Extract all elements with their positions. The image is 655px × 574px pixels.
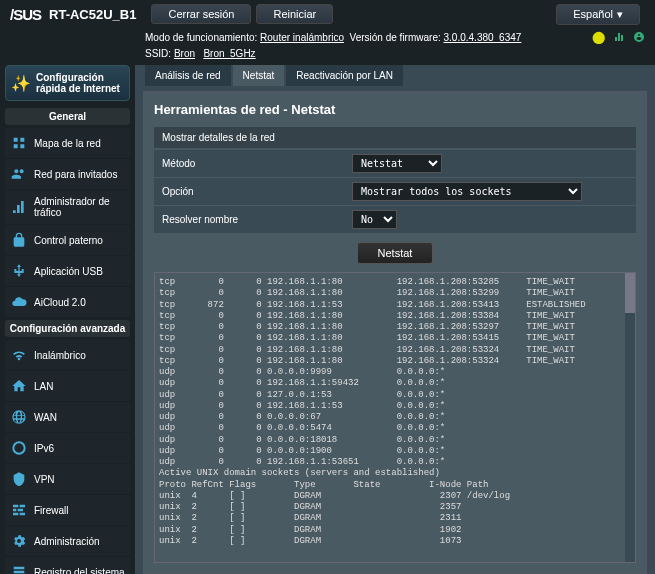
brand-logo: /SUS [10,6,41,23]
section-header: Mostrar detalles de la red [154,127,636,148]
row-option: Opción Mostrar todos los sockets [154,178,636,205]
traffic-icon [10,198,28,216]
network-map-icon [10,134,28,152]
sidebar: ✨ Configuración rápida de Internet Gener… [0,65,135,574]
sidebar-item-label: VPN [34,474,55,485]
method-label: Método [162,158,352,169]
settings-status-icon [633,31,645,43]
sidebar-item-label: Inalámbrico [34,350,86,361]
sidebar-item-firewall[interactable]: Firewall [5,495,130,525]
model-name: RT-AC52U_B1 [49,7,136,22]
log-icon [10,563,28,574]
row-resolve: Resolver nombre No [154,206,636,233]
netstat-output[interactable]: tcp 0 0 192.168.1.1:80 192.168.1.208:532… [155,273,635,563]
globe-icon [10,408,28,426]
sidebar-item-label: AiCloud 2.0 [34,297,86,308]
status-icons: ⬤ [592,30,645,44]
ssid-label: SSID: [145,48,171,59]
ssid-2: Bron_5GHz [203,48,255,59]
ipv6-icon [10,439,28,457]
firmware-line: Modo de funcionamiento: Router inalámbri… [0,28,655,46]
link-status-icon [613,31,625,43]
sidebar-item-syslog[interactable]: Registro del sistema [5,557,130,574]
firewall-icon [10,501,28,519]
sidebar-item-wireless[interactable]: Inalámbrico [5,340,130,370]
mode-link[interactable]: Router inalámbrico [260,32,344,43]
sidebar-item-label: Mapa de la red [34,138,101,149]
option-select[interactable]: Mostrar todos los sockets [352,182,582,201]
sidebar-item-admin[interactable]: Administración [5,526,130,556]
advanced-heading: Configuración avanzada [5,320,130,337]
usb-status-icon: ⬤ [592,30,605,44]
version-label: Versión de firmware: [350,32,441,43]
quick-setup-label: Configuración rápida de Internet [36,72,124,94]
row-method: Método Netstat [154,150,636,177]
header-bar: /SUS RT-AC52U_B1 Cerrar sesión Reiniciar… [0,0,655,28]
chevron-down-icon: ▾ [617,8,623,21]
sidebar-item-lan[interactable]: LAN [5,371,130,401]
cloud-icon [10,293,28,311]
sidebar-item-label: Red para invitados [34,169,117,180]
main-panel: Análisis de red Netstat Reactivación por… [135,65,655,574]
content-panel: Herramientas de red - Netstat Mostrar de… [143,91,647,574]
language-label: Español [573,8,613,20]
sidebar-item-label: Administrador de tráfico [34,196,125,218]
sidebar-item-label: IPv6 [34,443,54,454]
output-container: tcp 0 0 192.168.1.1:80 192.168.1.208:532… [154,272,636,563]
sidebar-item-label: Control paterno [34,235,103,246]
mode-label: Modo de funcionamiento: [145,32,257,43]
sidebar-item-usb[interactable]: Aplicación USB [5,256,130,286]
lock-icon [10,231,28,249]
sidebar-item-network-map[interactable]: Mapa de la red [5,128,130,158]
general-heading: General [5,108,130,125]
sidebar-item-label: Registro del sistema [34,567,125,575]
sidebar-item-label: Firewall [34,505,68,516]
option-label: Opción [162,186,352,197]
language-button[interactable]: Español ▾ [556,4,640,25]
sidebar-item-ipv6[interactable]: IPv6 [5,433,130,463]
sidebar-item-traffic[interactable]: Administrador de tráfico [5,190,130,224]
sidebar-item-vpn[interactable]: VPN [5,464,130,494]
tab-netstat[interactable]: Netstat [233,65,285,86]
sidebar-item-wan[interactable]: WAN [5,402,130,432]
sidebar-item-parental[interactable]: Control paterno [5,225,130,255]
sidebar-item-label: LAN [34,381,53,392]
sidebar-item-label: WAN [34,412,57,423]
resolve-select[interactable]: No [352,210,397,229]
method-select[interactable]: Netstat [352,154,442,173]
home-icon [10,377,28,395]
sidebar-item-label: Administración [34,536,100,547]
tab-bar: Análisis de red Netstat Reactivación por… [135,65,655,86]
tab-wol[interactable]: Reactivación por LAN [286,65,403,86]
vpn-icon [10,470,28,488]
guest-icon [10,165,28,183]
resolve-label: Resolver nombre [162,214,352,225]
scrollbar-thumb[interactable] [625,273,635,313]
usb-icon [10,262,28,280]
page-title: Herramientas de red - Netstat [154,102,636,117]
ssid-1: Bron [174,48,195,59]
sidebar-item-guest-network[interactable]: Red para invitados [5,159,130,189]
ssid-line: SSID: Bron Bron_5GHz [0,46,655,65]
tab-network-analysis[interactable]: Análisis de red [145,65,231,86]
quick-setup-button[interactable]: ✨ Configuración rápida de Internet [5,65,130,101]
admin-icon [10,532,28,550]
sidebar-item-label: Aplicación USB [34,266,103,277]
logout-button[interactable]: Cerrar sesión [151,4,251,24]
version-link[interactable]: 3.0.0.4.380_6347 [444,32,522,43]
sidebar-item-aicloud[interactable]: AiCloud 2.0 [5,287,130,317]
wifi-icon [10,346,28,364]
scrollbar-track[interactable] [625,273,635,562]
netstat-button[interactable]: Netstat [357,242,434,264]
reboot-button[interactable]: Reiniciar [256,4,333,24]
wand-icon: ✨ [11,74,31,93]
action-row: Netstat [154,234,636,272]
